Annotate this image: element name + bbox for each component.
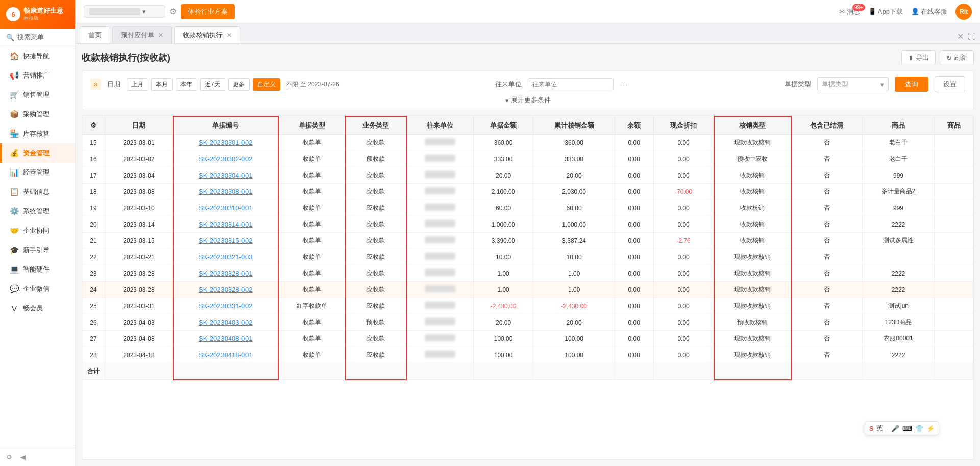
sn-link[interactable]: SK-20230328-002 [199, 286, 253, 293]
sn-link[interactable]: SK-20230331-002 [199, 302, 253, 310]
table-cell: 2,030.00 [533, 184, 615, 200]
sidebar-item-basic[interactable]: 📋 基础信息 [0, 182, 75, 202]
date-7days[interactable]: 近7天 [200, 78, 225, 91]
company-select[interactable]: ▾ [84, 5, 165, 18]
sn-link[interactable]: SK-20230304-001 [199, 171, 253, 179]
refresh-button[interactable]: ↻ 刷新 [940, 50, 974, 65]
table-cell[interactable]: SK-20230408-001 [173, 331, 278, 347]
table-cell [406, 331, 473, 347]
sidebar-item-guide[interactable]: 🎓 新手引导 [0, 240, 75, 260]
col-biz-type: 业务类型 [346, 116, 406, 135]
table-cell: 20.00 [533, 167, 615, 184]
table-cell[interactable]: SK-20230304-001 [173, 167, 278, 184]
table-cell: 0.00 [653, 331, 714, 347]
sidebar-item-hardware[interactable]: 💻 智能硬件 [0, 260, 75, 279]
table-cell: 应收款 [346, 167, 406, 184]
sidebar-item-inventory[interactable]: 🏪 库存核算 [0, 124, 75, 143]
sidebar-item-wechat[interactable]: 💬 企业微信 [0, 279, 75, 299]
sn-link[interactable]: SK-20230408-001 [199, 335, 253, 342]
table-cell[interactable]: SK-20230302-002 [173, 151, 278, 167]
tab-collection-close[interactable]: ✕ [227, 32, 232, 39]
table-cell[interactable]: SK-20230310-001 [173, 200, 278, 216]
export-button[interactable]: ⬆ 导出 [901, 50, 936, 65]
filter-expand-icon[interactable]: » [90, 79, 101, 90]
sn-link[interactable]: SK-20230308-001 [199, 188, 253, 195]
date-last-month[interactable]: 上月 [127, 78, 148, 91]
sn-link[interactable]: SK-20230314-001 [199, 220, 253, 228]
sn-link[interactable]: SK-20230310-001 [199, 204, 253, 212]
table-cell[interactable]: SK-20230418-001 [173, 347, 278, 363]
sidebar-item-system[interactable]: ⚙️ 系统管理 [0, 202, 75, 221]
online-service-button[interactable]: 👤 在线客服 [911, 7, 947, 16]
table-cell: 10.00 [473, 249, 533, 265]
keyboard-icon[interactable]: ⌨ [902, 425, 912, 432]
sn-link[interactable]: SK-20230302-002 [199, 155, 253, 163]
sidebar-item-finance[interactable]: 💰 资金管理 [0, 143, 75, 163]
table-row: 262023-04-03SK-20230403-002收款单预收款20.0020… [82, 314, 973, 331]
app-download-button[interactable]: 📱 App下载 [868, 7, 903, 16]
collapse-icon[interactable]: ◀ [20, 453, 26, 461]
partner-input[interactable] [528, 78, 614, 90]
table-cell: 0.00 [615, 298, 653, 314]
message-button[interactable]: ✉ 消息 99+ [839, 7, 860, 16]
sn-link[interactable]: SK-20230301-002 [199, 139, 253, 146]
tab-expand-icon[interactable]: ⛶ [968, 32, 976, 41]
lightning-icon[interactable]: ⚡ [926, 425, 935, 432]
sidebar-item-label: 销售管理 [23, 90, 50, 100]
gear-icon[interactable]: ⚙ [169, 7, 177, 16]
table-cell[interactable]: SK-20230328-001 [173, 265, 278, 282]
table-cell [935, 167, 973, 184]
sidebar-item-label: 智能硬件 [23, 265, 50, 274]
sidebar-item-purchase[interactable]: 📦 采购管理 [0, 105, 75, 124]
table-cell: 否 [791, 249, 862, 265]
tab-advance-close[interactable]: ✕ [158, 32, 163, 39]
table-cell: 2222 [862, 265, 934, 282]
solution-button[interactable]: 体验行业方案 [181, 4, 235, 19]
col-write-off-type: 核销类型 [714, 116, 791, 135]
mic-icon[interactable]: 🎤 [891, 425, 899, 432]
col-settings[interactable]: ⚙ [82, 116, 105, 135]
topbar-right: ✉ 消息 99+ 📱 App下载 👤 在线客服 Rit [839, 4, 972, 20]
settings-icon[interactable]: ⚙ [6, 453, 12, 461]
sidebar-item-member[interactable]: V 畅会员 [0, 299, 75, 318]
sidebar-item-enterprise[interactable]: 🤝 企业协同 [0, 221, 75, 240]
query-button[interactable]: 查询 [895, 77, 928, 92]
sn-link[interactable]: SK-20230315-002 [199, 237, 253, 244]
table-cell: 红字收款单 [278, 298, 346, 314]
tab-home[interactable]: 首页 [80, 26, 110, 43]
table-cell[interactable]: SK-20230314-001 [173, 216, 278, 233]
table-cell: 2023-03-02 [105, 151, 174, 167]
date-this-month[interactable]: 本月 [151, 78, 173, 91]
table-cell: 收款单 [278, 216, 346, 233]
sn-link[interactable]: SK-20230321-003 [199, 253, 253, 261]
table-cell[interactable]: SK-20230315-002 [173, 233, 278, 249]
company-select-label [89, 8, 140, 15]
search-menu[interactable]: 🔍 搜索菜单 [0, 29, 75, 46]
receipt-type-select[interactable]: 单据类型 ▾ [817, 77, 889, 91]
sidebar-item-marketing[interactable]: 📢 营销推广 [0, 66, 75, 85]
table-cell[interactable]: SK-20230301-002 [173, 135, 278, 151]
sidebar-item-sales[interactable]: 🛒 销售管理 [0, 85, 75, 105]
sidebar-item-quick-nav[interactable]: 🏠 快捷导航 [0, 46, 75, 66]
shirt-icon[interactable]: 👕 [915, 425, 923, 432]
table-cell[interactable]: SK-20230308-001 [173, 184, 278, 200]
sn-link[interactable]: SK-20230328-001 [199, 269, 253, 277]
tab-close-all-icon[interactable]: ✕ [957, 32, 964, 41]
table-cell[interactable]: SK-20230331-002 [173, 298, 278, 314]
date-this-year[interactable]: 本年 [176, 78, 197, 91]
expand-conditions-button[interactable]: ▾ 展开更多条件 [505, 95, 551, 105]
tab-advance[interactable]: 预付应付单 ✕ [112, 26, 172, 43]
table-cell[interactable]: SK-20230328-002 [173, 282, 278, 298]
table-cell: 现款收款核销 [714, 249, 791, 265]
app-logo: 6 畅康道好生意 标推版 [0, 0, 75, 29]
sidebar-item-operation[interactable]: 📊 经营管理 [0, 163, 75, 182]
date-more[interactable]: 更多 [228, 78, 250, 91]
sn-link[interactable]: SK-20230418-001 [199, 351, 253, 359]
avatar[interactable]: Rit [955, 4, 972, 20]
table-cell[interactable]: SK-20230403-002 [173, 314, 278, 331]
tab-collection[interactable]: 收款核销执行 ✕ [174, 26, 240, 43]
table-cell[interactable]: SK-20230321-003 [173, 249, 278, 265]
date-custom[interactable]: 自定义 [253, 78, 280, 91]
sn-link[interactable]: SK-20230403-002 [199, 318, 253, 326]
settings-button[interactable]: 设置 [935, 76, 965, 92]
